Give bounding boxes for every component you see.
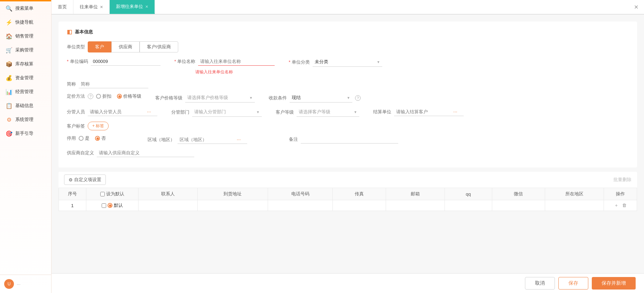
- payment-terms-help-icon[interactable]: ?: [355, 95, 361, 101]
- tab-partners-label: 往来单位: [80, 4, 98, 10]
- save-button[interactable]: 保存: [558, 277, 588, 290]
- unit-name-label: 单位名称: [174, 58, 196, 65]
- row-add-button[interactable]: ＋: [614, 203, 619, 208]
- dept-arrow: ▼: [256, 110, 260, 114]
- row-email-input[interactable]: [401, 203, 429, 208]
- row-qq: [445, 200, 492, 211]
- sidebar-item-guide[interactable]: 🎯 新手引导: [0, 127, 51, 140]
- sidebar-item-finance[interactable]: 💰 资金管理: [0, 71, 51, 85]
- region-ellipsis[interactable]: ···: [237, 137, 241, 142]
- radio-disabled-yes[interactable]: 是: [79, 135, 89, 141]
- tab-partners[interactable]: 往来单位 ✕: [73, 0, 110, 14]
- row-fax-input[interactable]: [347, 203, 371, 208]
- tab-partners-close[interactable]: ✕: [100, 5, 103, 9]
- row-region-input[interactable]: [560, 203, 588, 208]
- radio-disabled-yes-circle: [79, 136, 84, 141]
- sidebar-item-search[interactable]: 🔍 搜索菜单: [0, 1, 51, 15]
- pricing-help-icon[interactable]: ?: [88, 93, 93, 99]
- manager-group: 分管人员 ···: [67, 107, 157, 116]
- type-btn-both[interactable]: 客户/供应商: [140, 41, 178, 52]
- dept-select[interactable]: 请输入分管部门 ▼: [192, 107, 262, 117]
- sidebar-item-purchase-label: 采购管理: [15, 47, 33, 53]
- settlement-group: 结算单位 ···: [373, 107, 464, 116]
- region-input[interactable]: [180, 137, 235, 142]
- tags-group: 客户标签 + 标签: [67, 122, 109, 130]
- basic-info-card: ◧ 基本信息 单位类型 客户 供应商 客户/供应商 单位编码: [58, 22, 637, 168]
- tab-new-partner[interactable]: 新增往来单位 ✕: [110, 0, 155, 14]
- unit-name-group: 单位名称 请输入往来单位名称: [174, 57, 275, 75]
- row-phone-input[interactable]: [285, 203, 316, 208]
- type-btn-supplier[interactable]: 供应商: [111, 41, 140, 52]
- row-email: [386, 200, 445, 211]
- sidebar-item-basics[interactable]: 📋 基础信息: [0, 99, 51, 113]
- radio-price-level-circle: [117, 94, 122, 99]
- supplier-custom-input[interactable]: [97, 149, 194, 157]
- region-label: 区域（地区）: [148, 137, 175, 143]
- unit-type-group: 单位类型 客户 供应商 客户/供应商: [67, 41, 178, 52]
- add-tag-button[interactable]: + 标签: [88, 122, 109, 130]
- batch-delete-button[interactable]: 批量删除: [613, 177, 631, 183]
- remark-input[interactable]: [301, 135, 398, 144]
- manager-row: 分管人员 ··· 分管部门 请输入分管部门 ▼ 客户等级: [67, 107, 629, 117]
- customer-price-level-select[interactable]: 请选择客户价格等级 ▼: [185, 93, 255, 103]
- sidebar-item-sales[interactable]: 🏠 销售管理: [0, 29, 51, 43]
- radio-discount-label: 折扣: [102, 93, 111, 99]
- tab-new-partner-label: 新增往来单位: [116, 3, 143, 10]
- custom-settings-button[interactable]: ⚙ 自定义项设置: [64, 174, 106, 185]
- unit-code-input[interactable]: [91, 57, 160, 66]
- customer-level-placeholder: 请选择客户等级: [299, 109, 352, 115]
- col-default: 设为默认: [86, 188, 139, 200]
- window-close-button[interactable]: ✕: [628, 0, 644, 14]
- col-action: 操作: [604, 188, 637, 200]
- sidebar-item-purchase[interactable]: 🛒 采购管理: [0, 43, 51, 57]
- tabbar: 首页 往来单位 ✕ 新增往来单位 ✕ ✕: [52, 0, 644, 15]
- row-default-radio[interactable]: [108, 203, 112, 208]
- row-action: ＋ 🗑: [604, 200, 637, 211]
- unit-class-select[interactable]: 未分类 ▼: [313, 57, 382, 67]
- row-address-input[interactable]: [215, 203, 250, 208]
- dept-placeholder: 请输入分管部门: [194, 109, 255, 115]
- short-name-input[interactable]: [79, 80, 148, 88]
- unit-class-label: 单位分类: [289, 59, 310, 65]
- customer-level-select[interactable]: 请选择客户等级 ▼: [297, 107, 359, 117]
- payment-terms-select[interactable]: 现结 ▼: [290, 93, 352, 103]
- short-name-row: 简称: [67, 80, 629, 88]
- manager-label: 分管人员: [67, 109, 85, 115]
- sidebar-item-operations[interactable]: 📊 经营管理: [0, 85, 51, 99]
- row-contact-input[interactable]: [154, 203, 182, 208]
- avatar: U: [4, 279, 14, 289]
- unit-code-group: 单位编码: [67, 57, 160, 66]
- tab-home[interactable]: 首页: [52, 0, 73, 14]
- save-new-button[interactable]: 保存并新增: [592, 277, 636, 290]
- type-btn-customer[interactable]: 客户: [88, 41, 111, 52]
- radio-disabled-no[interactable]: 否: [95, 135, 106, 141]
- guide-icon: 🎯: [6, 130, 13, 137]
- radio-discount-circle: [96, 94, 101, 99]
- unit-name-input[interactable]: [198, 57, 275, 66]
- row-wechat-input[interactable]: [506, 203, 531, 208]
- radio-discount[interactable]: 折扣: [96, 93, 111, 99]
- manager-input[interactable]: [90, 109, 146, 114]
- footer-bar: 取消 保存 保存并新增: [52, 273, 644, 293]
- row-default-checkbox[interactable]: [102, 203, 106, 208]
- col-contact: 联系人: [139, 188, 197, 200]
- col-fax: 传真: [333, 188, 386, 200]
- col-default-checkbox[interactable]: [100, 192, 105, 196]
- row-qq-input[interactable]: [458, 203, 479, 208]
- sidebar-item-inventory[interactable]: 📦 库存核算: [0, 57, 51, 71]
- custom-settings-label: 自定义项设置: [74, 177, 101, 183]
- col-qq: qq: [445, 188, 492, 200]
- sidebar-item-basics-label: 基础信息: [15, 103, 33, 109]
- row-delete-button[interactable]: 🗑: [622, 203, 627, 208]
- sidebar-item-system[interactable]: ⚙ 系统管理: [0, 113, 51, 127]
- pricing-method-group: 定价方法 ? 折扣 价格等级: [67, 93, 141, 99]
- section-title-icon: ◧: [67, 29, 72, 35]
- tab-new-partner-close[interactable]: ✕: [145, 5, 148, 9]
- manager-ellipsis[interactable]: ···: [147, 109, 151, 114]
- table-section: ⚙ 自定义项设置 批量删除 序号 设为默认 联系人: [58, 172, 637, 211]
- settlement-ellipsis[interactable]: ···: [453, 109, 457, 114]
- sidebar-item-quick-nav[interactable]: ⚡ 快捷导航: [0, 15, 51, 29]
- settlement-input[interactable]: [396, 109, 452, 114]
- cancel-button[interactable]: 取消: [525, 277, 555, 290]
- radio-price-level[interactable]: 价格等级: [117, 93, 141, 99]
